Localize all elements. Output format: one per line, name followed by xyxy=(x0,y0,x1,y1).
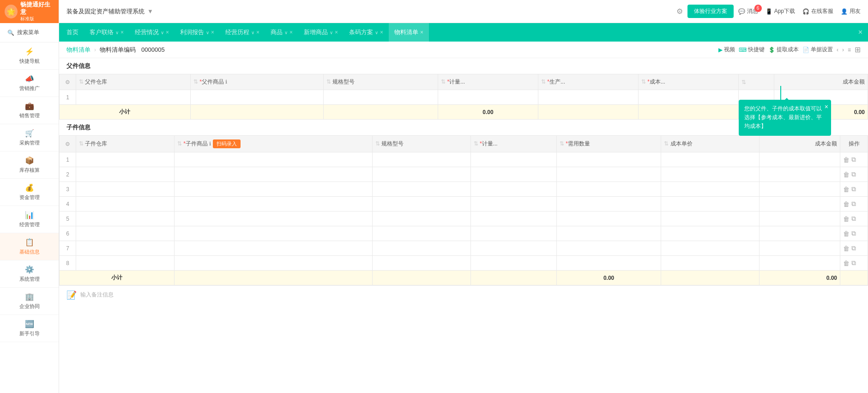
tab-profit-close[interactable]: × xyxy=(211,29,214,36)
copy-icon[interactable]: ⧉ xyxy=(851,200,856,208)
tab-barcode[interactable]: 条码方案 ∨ × xyxy=(344,23,389,42)
child-row-quantity[interactable] xyxy=(556,226,661,241)
message-item[interactable]: 💬 消息 6 xyxy=(738,7,758,15)
trial-button[interactable]: 体验行业方案 xyxy=(687,5,734,18)
child-row-warehouse[interactable] xyxy=(76,197,175,212)
sidebar-item-marketing[interactable]: 📣 营销推广 xyxy=(0,70,59,97)
parent-row1-unit[interactable] xyxy=(438,90,538,105)
child-sort-warehouse[interactable]: ⇅ xyxy=(79,140,84,147)
child-row-goods[interactable] xyxy=(174,167,372,182)
sidebar-item-quick-nav[interactable]: ⚡ 快捷导航 xyxy=(0,42,59,70)
breadcrumb-parent[interactable]: 物料清单 xyxy=(66,46,90,54)
child-sort-goods[interactable]: ⇅ xyxy=(177,140,182,147)
child-row-warehouse[interactable] xyxy=(76,167,175,182)
child-row-unit-cost[interactable] xyxy=(661,226,760,241)
child-row-unit-cost[interactable] xyxy=(661,256,760,271)
child-row-unit[interactable] xyxy=(470,182,556,197)
child-row-warehouse[interactable] xyxy=(76,226,175,241)
child-sort-unit[interactable]: ⇅ xyxy=(474,140,478,147)
child-row-goods[interactable] xyxy=(174,197,372,212)
child-sort-spec[interactable]: ⇅ xyxy=(375,140,380,147)
expand-icon[interactable]: ⊞ xyxy=(855,45,861,54)
delete-icon[interactable]: 🗑 xyxy=(843,186,850,193)
tab-barcode-close[interactable]: × xyxy=(380,29,383,36)
tab-customer[interactable]: 客户联络 ∨ × xyxy=(84,23,129,42)
nav-close-button[interactable]: × xyxy=(855,28,866,36)
copy-icon[interactable]: ⧉ xyxy=(851,215,856,223)
parent-row1-goods[interactable] xyxy=(190,90,323,105)
grid-view-icon[interactable]: ≡ xyxy=(848,47,851,53)
delete-icon[interactable]: 🗑 xyxy=(843,156,850,163)
child-row-quantity[interactable] xyxy=(556,241,661,256)
parent-row1-production[interactable] xyxy=(538,90,638,105)
search-menu-button[interactable]: 🔍 搜索菜单 xyxy=(4,27,55,38)
view-button[interactable]: ▶ 视频 xyxy=(718,46,735,54)
copy-icon[interactable]: ⧉ xyxy=(851,185,856,193)
single-settings-button[interactable]: 📄 单据设置 xyxy=(802,46,833,54)
child-row-unit-cost[interactable] xyxy=(661,212,760,226)
extract-cost-button[interactable]: 💲 提取成本 xyxy=(768,46,799,54)
sidebar-item-purchase[interactable]: 🛒 采购管理 xyxy=(0,124,59,151)
child-row-unit[interactable] xyxy=(470,256,556,271)
child-row-goods[interactable] xyxy=(174,256,372,271)
child-row-spec[interactable] xyxy=(372,182,470,197)
sidebar-item-basic[interactable]: 📋 基础信息 xyxy=(0,233,59,260)
sidebar-item-operations[interactable]: 📊 经营管理 xyxy=(0,206,59,233)
app-download-item[interactable]: 📱 App下载 xyxy=(766,7,795,15)
child-row-spec[interactable] xyxy=(372,241,470,256)
child-sort-qty[interactable]: ⇅ xyxy=(560,140,564,147)
child-row-unit-cost[interactable] xyxy=(661,197,760,212)
parent-sort-unit-icon[interactable]: ⇅ xyxy=(441,79,446,85)
tab-history[interactable]: 经营历程 ∨ × xyxy=(220,23,265,42)
child-row-unit-cost[interactable] xyxy=(661,152,760,167)
child-row-spec[interactable] xyxy=(372,212,470,226)
delete-icon[interactable]: 🗑 xyxy=(843,200,850,208)
child-row-warehouse[interactable] xyxy=(76,256,175,271)
child-row-unit[interactable] xyxy=(470,167,556,182)
child-row-unit-cost[interactable] xyxy=(661,182,760,197)
gear-icon[interactable]: ⚙ xyxy=(676,7,683,16)
tab-new-goods-close[interactable]: × xyxy=(335,29,338,36)
tab-bom[interactable]: 物料清单 × xyxy=(389,23,429,42)
child-row-spec[interactable] xyxy=(372,167,470,182)
child-row-spec[interactable] xyxy=(372,152,470,167)
child-row-goods[interactable] xyxy=(174,212,372,226)
child-row-unit[interactable] xyxy=(470,152,556,167)
sidebar-item-enterprise[interactable]: 🏢 企业协同 xyxy=(0,288,59,315)
child-row-spec[interactable] xyxy=(372,197,470,212)
tab-history-close[interactable]: × xyxy=(256,29,259,36)
sidebar-item-system[interactable]: ⚙️ 系统管理 xyxy=(0,260,59,288)
child-row-quantity[interactable] xyxy=(556,182,661,197)
child-row-unit[interactable] xyxy=(470,226,556,241)
copy-icon[interactable]: ⧉ xyxy=(851,156,856,163)
parent-row1-warehouse[interactable] xyxy=(76,90,191,105)
child-settings-icon[interactable]: ⚙ xyxy=(65,141,70,147)
parent-sort-spec-icon[interactable]: ⇅ xyxy=(326,79,331,85)
child-row-unit[interactable] xyxy=(470,212,556,226)
child-row-warehouse[interactable] xyxy=(76,241,175,256)
child-row-goods[interactable] xyxy=(174,226,372,241)
tooltip-close-button[interactable]: × xyxy=(825,102,828,112)
parent-row1-spec[interactable] xyxy=(324,90,438,105)
sidebar-item-sales[interactable]: 💼 销售管理 xyxy=(0,97,59,124)
pagination-prev-icon[interactable]: ‹ xyxy=(837,47,838,53)
copy-icon[interactable]: ⧉ xyxy=(851,259,856,267)
child-row-goods[interactable] xyxy=(174,241,372,256)
tab-goods-close[interactable]: × xyxy=(289,29,293,36)
delete-icon[interactable]: 🗑 xyxy=(843,215,850,223)
copy-icon[interactable]: ⧉ xyxy=(851,244,856,252)
shortcut-button[interactable]: ⌨ 快捷键 xyxy=(739,46,765,54)
tab-profit[interactable]: 利润报告 ∨ × xyxy=(175,23,220,42)
copy-icon[interactable]: ⧉ xyxy=(851,230,856,237)
parent-sort-goods-icon[interactable]: ⇅ xyxy=(193,79,198,85)
settings-col-icon[interactable]: ⚙ xyxy=(65,79,70,85)
pagination-next-icon[interactable]: › xyxy=(842,47,844,53)
child-row-quantity[interactable] xyxy=(556,167,661,182)
child-row-goods[interactable] xyxy=(174,182,372,197)
delete-icon[interactable]: 🗑 xyxy=(843,230,850,237)
child-row-spec[interactable] xyxy=(372,256,470,271)
child-row-quantity[interactable] xyxy=(556,197,661,212)
tab-operations[interactable]: 经营情况 ∨ × xyxy=(129,23,175,42)
child-row-warehouse[interactable] xyxy=(76,212,175,226)
child-row-warehouse[interactable] xyxy=(76,182,175,197)
